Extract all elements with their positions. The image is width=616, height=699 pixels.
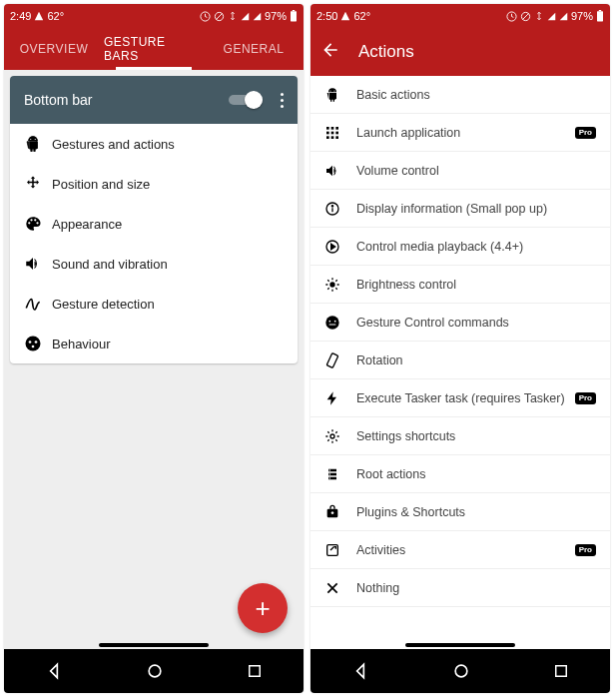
volume-icon xyxy=(24,255,52,273)
card-header: Bottom bar xyxy=(10,76,298,124)
bottom-bar-toggle[interactable] xyxy=(229,91,263,109)
card-title: Bottom bar xyxy=(24,92,229,108)
activities-icon xyxy=(324,542,356,558)
svg-point-37 xyxy=(329,282,334,287)
svg-rect-20 xyxy=(597,11,603,21)
svg-rect-24 xyxy=(326,127,329,130)
svg-line-2 xyxy=(216,13,222,19)
svg-point-5 xyxy=(30,139,31,140)
more-options-icon[interactable] xyxy=(277,89,288,112)
svg-point-23 xyxy=(333,90,334,91)
nav-recent[interactable] xyxy=(246,662,264,680)
svg-point-14 xyxy=(32,346,35,349)
row-label: Gesture Control commands xyxy=(356,316,596,330)
svg-rect-21 xyxy=(599,10,601,11)
item-gestures[interactable]: Gestures and actions xyxy=(10,124,298,164)
row-launch-app[interactable]: Launch application Pro xyxy=(310,114,610,152)
nav-back[interactable] xyxy=(350,661,370,681)
svg-point-10 xyxy=(36,222,38,224)
row-media[interactable]: Control media playback (4.4+) xyxy=(310,228,610,266)
tab-gesture-bars[interactable]: GESTURE BARS xyxy=(104,28,204,70)
status-battery: 97% xyxy=(265,10,287,22)
face-icon xyxy=(324,315,356,331)
phone-left: 2:49 62° 97% OVERVIEW GESTURE BARS GENER… xyxy=(4,4,304,693)
item-label: Behaviour xyxy=(52,337,284,351)
nav-back[interactable] xyxy=(44,661,64,681)
svg-rect-32 xyxy=(335,136,338,139)
svg-rect-4 xyxy=(293,10,295,11)
android-icon xyxy=(24,135,52,153)
tab-overview[interactable]: OVERVIEW xyxy=(4,28,104,70)
nav-home[interactable] xyxy=(451,661,471,681)
back-icon[interactable] xyxy=(320,40,340,64)
nav-recent[interactable] xyxy=(552,662,570,680)
nav-bar xyxy=(4,649,304,693)
item-gesture-detection[interactable]: Gesture detection xyxy=(10,284,298,324)
fab-add[interactable]: + xyxy=(238,583,288,633)
tabs: OVERVIEW GESTURE BARS GENERAL xyxy=(4,28,304,70)
item-position[interactable]: Position and size xyxy=(10,164,298,204)
row-root[interactable]: Root actions xyxy=(310,455,610,493)
svg-line-19 xyxy=(522,13,528,19)
row-label: Execute Tasker task (requires Tasker) xyxy=(356,391,575,405)
row-plugins[interactable]: Plugins & Shortcuts xyxy=(310,493,610,531)
row-label: Plugins & Shortcuts xyxy=(356,505,596,519)
bottom-bar-card: Bottom bar Gestures and actions Positi xyxy=(10,76,298,363)
svg-point-8 xyxy=(30,219,32,221)
item-appearance[interactable]: Appearance xyxy=(10,204,298,244)
nav-home[interactable] xyxy=(145,661,165,681)
row-brightness[interactable]: Brightness control xyxy=(310,266,610,304)
item-label: Sound and vibration xyxy=(52,257,284,272)
row-tasker[interactable]: Execute Tasker task (requires Tasker) Pr… xyxy=(310,379,610,417)
row-label: Brightness control xyxy=(356,278,596,292)
row-basic-actions[interactable]: Basic actions xyxy=(310,76,610,114)
row-volume[interactable]: Volume control xyxy=(310,152,610,190)
svg-point-39 xyxy=(328,320,330,322)
svg-point-35 xyxy=(331,205,332,206)
row-rotation[interactable]: Rotation xyxy=(310,342,610,379)
row-display-info[interactable]: Display information (Small pop up) xyxy=(310,190,610,228)
move-icon xyxy=(24,175,52,193)
status-temp: 62° xyxy=(47,10,64,22)
row-label: Display information (Small pop up) xyxy=(356,202,596,216)
phone-right: 2:50 62° 97% Actions Basic actions Launc… xyxy=(310,4,610,693)
app-bar: Actions xyxy=(310,28,610,76)
svg-point-42 xyxy=(330,434,334,438)
tab-general[interactable]: GENERAL xyxy=(204,28,304,70)
svg-point-50 xyxy=(455,665,467,677)
svg-point-43 xyxy=(329,469,330,470)
row-label: Root actions xyxy=(356,467,596,481)
row-label: Basic actions xyxy=(356,88,596,102)
svg-rect-16 xyxy=(249,666,260,677)
gesture-pill xyxy=(99,643,209,647)
item-label: Gesture detection xyxy=(52,297,284,312)
root-icon xyxy=(324,466,356,482)
gesture-pill xyxy=(405,643,515,647)
apps-icon xyxy=(324,125,356,141)
svg-rect-28 xyxy=(331,131,334,134)
status-time: 2:50 xyxy=(316,10,337,22)
item-label: Position and size xyxy=(52,177,284,192)
rotation-icon xyxy=(324,352,356,368)
plus-icon: + xyxy=(255,593,270,624)
row-gesture-commands[interactable]: Gesture Control commands xyxy=(310,304,610,342)
svg-rect-41 xyxy=(326,352,338,367)
settings-icon xyxy=(324,428,356,444)
brightness-icon xyxy=(324,277,356,293)
row-nothing[interactable]: Nothing xyxy=(310,569,610,607)
app-bar: OVERVIEW GESTURE BARS GENERAL xyxy=(4,28,304,70)
svg-point-40 xyxy=(334,320,336,322)
volume-icon xyxy=(324,163,356,179)
item-behaviour[interactable]: Behaviour xyxy=(10,324,298,363)
svg-rect-31 xyxy=(331,136,334,139)
svg-point-22 xyxy=(329,90,330,91)
row-label: Settings shortcuts xyxy=(356,429,596,443)
svg-point-13 xyxy=(35,341,38,344)
status-bar: 2:50 62° 97% xyxy=(310,4,610,28)
svg-point-44 xyxy=(329,473,330,474)
row-label: Nothing xyxy=(356,581,596,595)
row-settings-shortcuts[interactable]: Settings shortcuts xyxy=(310,417,610,455)
row-activities[interactable]: Activities Pro xyxy=(310,531,610,569)
info-icon xyxy=(324,201,356,217)
item-sound[interactable]: Sound and vibration xyxy=(10,244,298,284)
